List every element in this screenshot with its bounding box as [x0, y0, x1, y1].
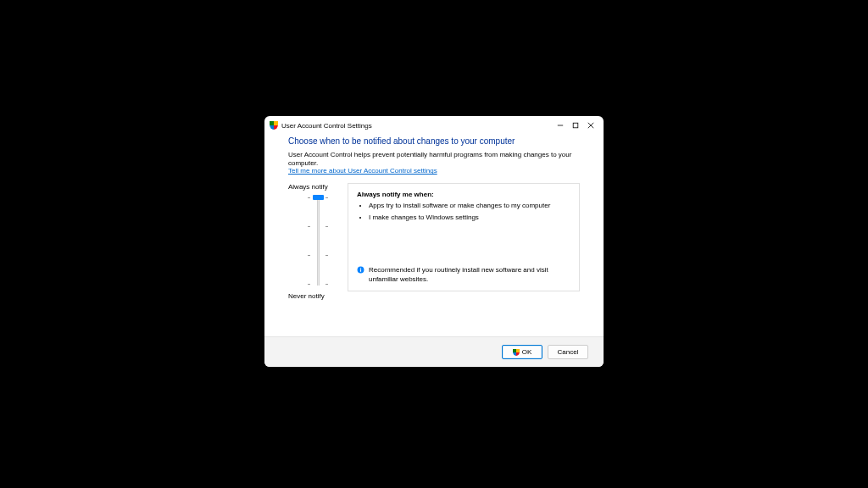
slider-tick [308, 226, 328, 227]
info-bullet: Apps try to install software or make cha… [369, 202, 570, 210]
info-bullet-list: Apps try to install software or make cha… [369, 202, 570, 225]
content-area: Choose when to be notified about changes… [264, 135, 604, 336]
recommendation-row: Recommended if you routinely install new… [357, 266, 570, 284]
slider-thumb[interactable] [313, 195, 324, 200]
cancel-button-label: Cancel [558, 348, 579, 356]
body-row: Always notify Never notify Always notify… [288, 183, 580, 300]
minimize-icon [557, 122, 564, 129]
uac-settings-window: User Account Control Settings Choose whe… [264, 116, 604, 367]
shield-icon [513, 349, 520, 356]
slider-tick [308, 255, 328, 256]
close-button[interactable] [583, 119, 598, 132]
slider-label-bottom: Never notify [288, 292, 325, 300]
notification-slider[interactable] [306, 196, 330, 287]
ok-button-label: OK [522, 348, 532, 356]
window-title: User Account Control Settings [281, 122, 553, 130]
info-title: Always notify me when: [357, 191, 570, 198]
learn-more-link[interactable]: Tell me more about User Account Control … [288, 167, 437, 175]
svg-rect-1 [573, 123, 578, 128]
minimize-button[interactable] [553, 119, 568, 132]
maximize-icon [572, 122, 579, 129]
slider-track-line [317, 197, 320, 286]
page-description: User Account Control helps prevent poten… [288, 151, 580, 167]
slider-tick [308, 284, 328, 285]
button-bar: OK Cancel [264, 336, 604, 367]
shield-icon [270, 121, 278, 130]
info-bullet: I make changes to Windows settings [369, 214, 570, 222]
slider-column: Always notify Never notify [288, 183, 348, 300]
titlebar[interactable]: User Account Control Settings [264, 116, 604, 135]
ok-button[interactable]: OK [502, 345, 542, 359]
slider-label-top: Always notify [288, 183, 328, 191]
close-icon [587, 122, 594, 129]
page-heading: Choose when to be notified about changes… [288, 136, 580, 146]
info-panel: Always notify me when: Apps try to insta… [348, 183, 580, 291]
info-icon [357, 266, 364, 274]
recommendation-text: Recommended if you routinely install new… [369, 266, 570, 284]
maximize-button[interactable] [568, 119, 583, 132]
svg-rect-6 [360, 269, 361, 269]
svg-rect-5 [360, 269, 361, 272]
cancel-button[interactable]: Cancel [548, 345, 588, 359]
